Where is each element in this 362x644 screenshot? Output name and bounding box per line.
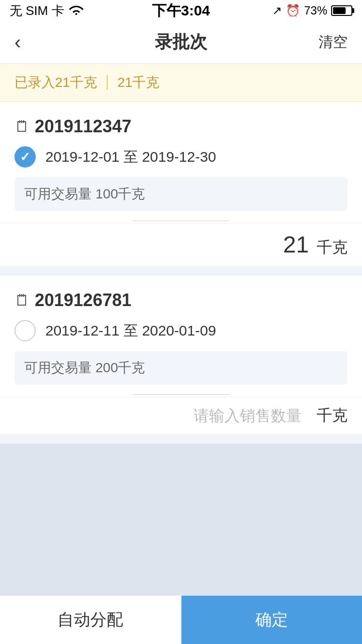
- info-value: 21千克: [117, 73, 159, 92]
- back-button[interactable]: ‹: [14, 31, 43, 53]
- info-banner: 已录入21千克 21千克: [0, 64, 362, 102]
- batch-1-icon: 🗒: [14, 118, 30, 136]
- batch-1-card: 🗒 2019112347 2019-12-01 至 2019-12-30 可用交…: [0, 102, 362, 266]
- battery-icon: [331, 5, 352, 16]
- batch-2-header: 🗒 2019126781: [0, 276, 362, 315]
- status-left: 无 SIM 卡: [10, 2, 84, 19]
- batch-2-date: 2019-12-11 至 2020-01-09: [45, 321, 216, 341]
- auto-distribute-button[interactable]: 自动分配: [0, 596, 181, 644]
- confirm-button[interactable]: 确定: [181, 596, 362, 644]
- info-divider: [107, 75, 108, 90]
- batch-1-radio[interactable]: [14, 146, 36, 168]
- batch-2-input-row: 千克: [0, 397, 362, 434]
- status-right: ↗ ⏰ 73%: [272, 4, 352, 17]
- batch-1-amount-unit: 千克: [317, 237, 348, 258]
- batch-1-available: 可用交易量 100千克: [14, 177, 348, 211]
- batch-2-available: 可用交易量 200千克: [14, 351, 348, 385]
- batch-1-date-row: 2019-12-01 至 2019-12-30: [0, 141, 362, 172]
- status-time: 下午3:04: [152, 1, 210, 21]
- batch-2-icon: 🗒: [14, 292, 30, 309]
- batch-1-amount-value: 21: [283, 231, 309, 258]
- batch-1-id: 2019112347: [35, 116, 131, 137]
- divider-1: [0, 221, 362, 221]
- carrier-text: 无 SIM 卡: [10, 2, 64, 19]
- status-bar: 无 SIM 卡 下午3:04 ↗ ⏰ 73%: [0, 0, 362, 21]
- divider-2: [0, 394, 362, 395]
- batch-1-amount-row: 21 千克: [0, 223, 362, 266]
- batch-2-id: 2019126781: [35, 290, 131, 310]
- qty-input[interactable]: [164, 407, 309, 425]
- batch-1-date: 2019-12-01 至 2019-12-30: [45, 147, 216, 167]
- location-icon: ↗: [272, 4, 282, 17]
- battery-percent: 73%: [304, 4, 327, 17]
- info-recorded: 已录入21千克: [14, 73, 97, 92]
- batch-2-unit: 千克: [317, 405, 348, 426]
- clear-button[interactable]: 清空: [319, 32, 348, 52]
- batch-1-header: 🗒 2019112347: [0, 102, 362, 141]
- page-title: 录批次: [155, 30, 207, 54]
- wifi-icon: [69, 3, 84, 18]
- alarm-icon: ⏰: [286, 4, 300, 17]
- bottom-bar: 自动分配 确定: [0, 596, 362, 644]
- nav-bar: ‹ 录批次 清空: [0, 21, 362, 64]
- batch-2-card: 🗒 2019126781 2019-12-11 至 2020-01-09 可用交…: [0, 276, 362, 434]
- batch-2-radio[interactable]: [14, 320, 36, 341]
- batch-2-date-row: 2019-12-11 至 2020-01-09: [0, 315, 362, 346]
